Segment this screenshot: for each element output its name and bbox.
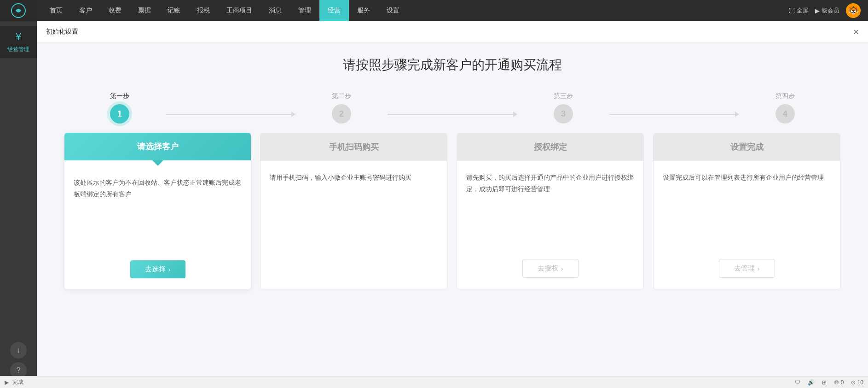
nav-item-tax[interactable]: 报税 — [189, 0, 218, 21]
step3-card-footer: 去授权 › — [457, 252, 643, 289]
step2-label: 第二步 — [332, 92, 351, 100]
step2-header: 第二步 2 — [295, 92, 388, 123]
status-text: 完成 — [12, 378, 23, 386]
step3-btn-label: 去授权 — [538, 264, 558, 273]
step4-card-title: 设置完成 — [654, 133, 840, 161]
nav-item-message[interactable]: 消息 — [260, 0, 290, 21]
step4-action-button: 去管理 › — [719, 259, 775, 278]
nav-item-settings[interactable]: 设置 — [378, 0, 408, 21]
nav-item-fee[interactable]: 收费 — [100, 0, 130, 21]
nav-item-management[interactable]: 管理 — [290, 0, 319, 21]
member-btn[interactable]: ▶ 畅会员 — [815, 6, 839, 15]
step1-circle: 1 — [110, 104, 129, 123]
step4-card-body: 设置完成后可以在管理列表进行所有企业用户的经营管理 — [654, 161, 840, 252]
sidebar-item-operation[interactable]: ¥ 经营管理 — [0, 26, 37, 58]
nav-item-business[interactable]: 工商项目 — [218, 0, 260, 21]
logo — [0, 0, 37, 21]
step3-label: 第三步 — [554, 92, 573, 100]
notification-badge: ⑩ 0 — [834, 379, 844, 386]
nav-item-operation[interactable]: 经营 — [319, 0, 349, 21]
play-icon: ▶ — [815, 7, 820, 14]
status-bar: ▶ 完成 🛡 🔊 ⊞ ⑩ 0 ⊙ 10 — [0, 376, 868, 388]
time-indicator: ⊙ 10 — [851, 379, 863, 386]
step1-action-button[interactable]: 去选择 › — [130, 260, 185, 278]
step3-action-button: 去授权 › — [522, 259, 579, 278]
page-header: 初始化设置 × — [37, 21, 868, 42]
close-button[interactable]: × — [853, 27, 859, 36]
step2-circle: 2 — [332, 104, 351, 123]
step3-btn-arrow: › — [561, 265, 563, 272]
step2-card-body: 请用手机扫码，输入小微企业主账号密码进行购买 — [260, 161, 447, 289]
top-nav: 首页 客户 收费 票据 记账 报税 工商项目 消息 管理 经营 服务 设置 ⛶ … — [0, 0, 868, 21]
fullscreen-icon: ⛶ — [789, 7, 795, 14]
connector2 — [388, 112, 517, 117]
step4-btn-arrow: › — [758, 265, 760, 272]
nav-item-service[interactable]: 服务 — [349, 0, 378, 21]
step3-header: 第三步 3 — [517, 92, 609, 123]
sidebar: ¥ 经营管理 ↓ ? — [0, 21, 37, 388]
step1-card-footer: 去选择 › — [64, 253, 251, 289]
step4-circle: 4 — [775, 104, 795, 123]
page-title: 初始化设置 — [46, 28, 78, 36]
nav-item-bookkeeping[interactable]: 记账 — [159, 0, 189, 21]
download-icon[interactable]: ↓ — [10, 342, 27, 359]
step3-card-body: 请先购买，购买后选择开通的产品中的企业用户进行授权绑定，成功后即可进行经营管理 — [457, 161, 643, 252]
cards-container: 请选择客户 该处展示的客户为不在回收站、客户状态正常建账后完成老板端绑定的所有客… — [64, 133, 840, 289]
step3-card-title: 授权绑定 — [457, 133, 643, 161]
nav-right: ⛶ 全屏 ▶ 畅会员 🐯 — [789, 3, 868, 18]
connector1 — [166, 112, 295, 117]
nav-item-customer[interactable]: 客户 — [71, 0, 100, 21]
nav-item-invoice[interactable]: 票据 — [130, 0, 159, 21]
volume-icon: 🔊 — [808, 379, 815, 386]
fullscreen-btn[interactable]: ⛶ 全屏 — [789, 6, 809, 15]
step1-card: 请选择客户 该处展示的客户为不在回收站、客户状态正常建账后完成老板端绑定的所有客… — [64, 133, 251, 289]
avatar[interactable]: 🐯 — [846, 3, 861, 18]
step4-btn-label: 去管理 — [734, 264, 755, 273]
step3-circle: 3 — [554, 104, 573, 123]
steps-header: 第一步 1 第二步 2 第三步 3 — [64, 92, 840, 123]
step3-card: 授权绑定 请先购买，购买后选择开通的产品中的企业用户进行授权绑定，成功后即可进行… — [457, 133, 644, 289]
step4-card: 设置完成 设置完成后可以在管理列表进行所有企业用户的经营管理 去管理 › — [653, 133, 840, 289]
step1-btn-label: 去选择 — [145, 265, 166, 274]
play-status-icon: ▶ — [5, 379, 9, 386]
layout-icon: ⊞ — [822, 379, 827, 386]
step4-card-footer: 去管理 › — [654, 252, 840, 289]
content-heading: 请按照步骤完成新客户的开通购买流程 — [64, 56, 840, 74]
step1-card-title: 请选择客户 — [64, 133, 251, 160]
step4-label: 第四步 — [775, 92, 795, 100]
card1-pointer — [152, 160, 163, 166]
step1-label: 第一步 — [110, 92, 129, 100]
step1-header: 第一步 1 — [74, 92, 166, 123]
nav-item-home[interactable]: 首页 — [41, 0, 71, 21]
step1-card-body: 该处展示的客户为不在回收站、客户状态正常建账后完成老板端绑定的所有客户 — [64, 166, 251, 253]
sidebar-bottom: ↓ ? — [10, 342, 27, 379]
shield-icon: 🛡 — [795, 379, 800, 386]
main-content: 初始化设置 × 请按照步骤完成新客户的开通购买流程 第一步 1 第二步 2 — [37, 21, 868, 376]
connector3 — [609, 112, 739, 117]
step4-header: 第四步 4 — [739, 92, 831, 123]
sidebar-item-label: 经营管理 — [7, 46, 29, 53]
step2-card-title: 手机扫码购买 — [260, 133, 447, 161]
status-right: 🛡 🔊 ⊞ ⑩ 0 ⊙ 10 — [795, 379, 863, 386]
step1-btn-arrow: › — [168, 265, 171, 273]
content-area: 请按照步骤完成新客户的开通购买流程 第一步 1 第二步 2 — [37, 42, 868, 303]
step2-card: 手机扫码购买 请用手机扫码，输入小微企业主账号密码进行购买 — [260, 133, 447, 289]
yen-icon: ¥ — [16, 31, 21, 43]
